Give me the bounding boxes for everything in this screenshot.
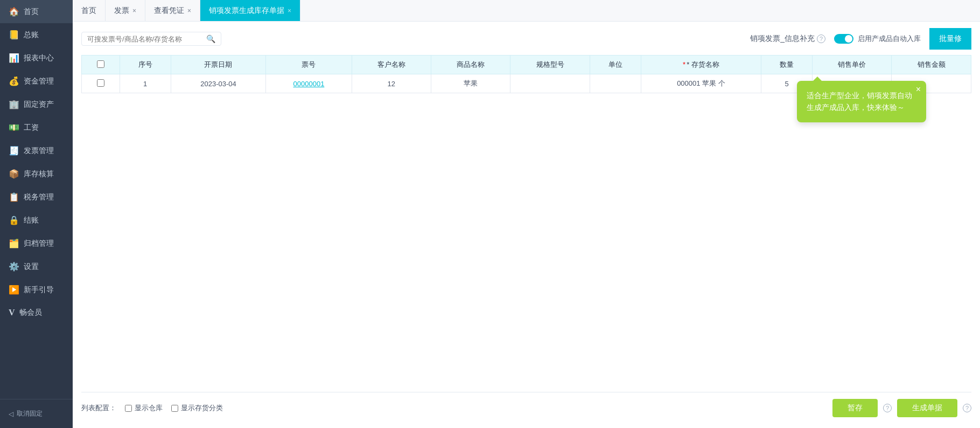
- toggle-label: 启用产成品自动入库: [858, 34, 921, 44]
- cancel-fixed-icon: ◁: [9, 410, 13, 418]
- save-button[interactable]: 暂存: [832, 399, 878, 417]
- reports-icon: 📊: [9, 53, 19, 63]
- info-label-text: 销项发票_信息补充: [750, 34, 815, 44]
- save-help-icon[interactable]: ?: [883, 404, 892, 412]
- config-label: 列表配置：: [81, 403, 116, 413]
- row-checkbox[interactable]: [97, 79, 104, 87]
- sidebar-item-guide[interactable]: ▶️ 新手引导: [0, 278, 73, 301]
- col-unit: 单位: [590, 56, 641, 74]
- ticket-no-link[interactable]: 00000001: [293, 80, 325, 88]
- bottom-actions: 暂存 ? 生成单据 ?: [832, 399, 971, 417]
- col-amount: 销售金额: [892, 56, 971, 74]
- invoice-icon: 🧾: [9, 146, 19, 156]
- sidebar-item-reports[interactable]: 📊 报表中心: [0, 46, 73, 70]
- generate-help-icon[interactable]: ?: [963, 404, 971, 412]
- sidebar-item-label: 发票管理: [24, 146, 54, 156]
- search-box[interactable]: 🔍: [81, 32, 221, 46]
- sidebar-item-label: 首页: [24, 7, 39, 17]
- tab-sales-inventory[interactable]: 销项发票生成库存单据 ×: [200, 0, 300, 21]
- cell-inventory: 000001 苹果 个: [641, 74, 761, 93]
- search-icon: 🔍: [206, 34, 215, 43]
- inventory-icon: 📦: [9, 169, 19, 179]
- sidebar-item-label: 总账: [24, 30, 39, 40]
- sidebar-item-home[interactable]: 🏠 首页: [0, 0, 73, 23]
- col-inventory: ** 存货名称: [641, 56, 761, 74]
- toolbar-right: 销项发票_信息补充 ? 启用产成品自动入库 批量修: [750, 28, 971, 50]
- show-warehouse-checkbox[interactable]: [125, 405, 132, 412]
- assets-icon: 🏢: [9, 99, 19, 109]
- sidebar-item-archive[interactable]: 🗂️ 归档管理: [0, 232, 73, 255]
- cell-goods-name: 苹果: [431, 74, 510, 93]
- cancel-fixed-label: 取消固定: [17, 409, 43, 418]
- tooltip-close-button[interactable]: ×: [916, 85, 921, 94]
- toggle-wrapper: 启用产成品自动入库: [834, 34, 921, 44]
- tab-invoice-close[interactable]: ×: [132, 7, 136, 15]
- cell-unit: [590, 74, 641, 93]
- tab-voucher-label: 查看凭证: [154, 6, 184, 16]
- toolbar-row: 🔍 销项发票_信息补充 ? 启用产成品自动入库 批量修: [81, 28, 971, 50]
- show-category-label: 显示存货分类: [181, 403, 223, 413]
- sidebar-item-settings[interactable]: ⚙️ 设置: [0, 255, 73, 278]
- tab-invoice-label: 发票: [114, 6, 129, 16]
- col-seq: 序号: [120, 56, 171, 74]
- sidebar-item-inventory[interactable]: 📦 库存核算: [0, 162, 73, 185]
- col-spec: 规格型号: [510, 56, 590, 74]
- auto-warehouse-toggle[interactable]: [834, 34, 853, 44]
- search-input[interactable]: [87, 35, 206, 43]
- sidebar-item-invoice-mgmt[interactable]: 🧾 发票管理: [0, 139, 73, 162]
- tab-sales-inventory-close[interactable]: ×: [288, 7, 291, 15]
- sidebar-item-label: 库存核算: [24, 169, 54, 179]
- settings-icon: ⚙️: [9, 261, 19, 272]
- sidebar-item-label: 归档管理: [24, 239, 54, 248]
- cell-seq: 1: [120, 74, 171, 93]
- sidebar-item-label: 结账: [24, 216, 39, 225]
- cell-spec: [510, 74, 590, 93]
- info-help-icon[interactable]: ?: [817, 34, 825, 43]
- batch-button[interactable]: 批量修: [929, 28, 971, 50]
- tooltip-text: 适合生产型企业，销项发票自动生成产成品入库，快来体验～: [807, 91, 912, 112]
- sidebar-item-label: 畅会员: [19, 308, 42, 317]
- cancel-fixed-button[interactable]: ◁ 取消固定: [0, 404, 73, 424]
- sidebar-item-label: 资金管理: [24, 77, 54, 86]
- sidebar: 🏠 首页 📒 总账 📊 报表中心 💰 资金管理 🏢 固定资产 💵 工资 🧾 发票…: [0, 0, 73, 428]
- closing-icon: 🔒: [9, 215, 19, 225]
- sidebar-item-assets[interactable]: 🏢 固定资产: [0, 93, 73, 116]
- tax-icon: 📋: [9, 192, 19, 202]
- tab-sales-inventory-label: 销项发票生成库存单据: [209, 6, 284, 16]
- cell-date: 2023-03-04: [171, 74, 266, 93]
- show-category-checkbox[interactable]: [171, 405, 178, 412]
- sidebar-item-vip[interactable]: V 畅会员: [0, 301, 73, 324]
- tab-invoice[interactable]: 发票 ×: [106, 0, 145, 21]
- funds-icon: 💰: [9, 76, 19, 86]
- main-content: 首页 发票 × 查看凭证 × 销项发票生成库存单据 × 🔍 销项发票_信息补充 …: [73, 0, 980, 428]
- sidebar-item-closing[interactable]: 🔒 结账: [0, 209, 73, 232]
- payroll-icon: 💵: [9, 122, 19, 133]
- col-ticket-no: 票号: [266, 56, 352, 74]
- show-category-option[interactable]: 显示存货分类: [171, 403, 223, 413]
- generate-button[interactable]: 生成单据: [897, 399, 957, 417]
- sidebar-bottom: ◁ 取消固定: [0, 399, 73, 428]
- show-warehouse-option[interactable]: 显示仓库: [125, 403, 163, 413]
- tab-home-label: 首页: [81, 6, 96, 16]
- tab-voucher[interactable]: 查看凭证 ×: [145, 0, 200, 21]
- sidebar-item-payroll[interactable]: 💵 工资: [0, 116, 73, 139]
- col-customer: 客户名称: [352, 56, 431, 74]
- ledger-icon: 📒: [9, 30, 19, 40]
- tab-home[interactable]: 首页: [73, 0, 106, 21]
- show-warehouse-label: 显示仓库: [135, 403, 163, 413]
- tab-bar: 首页 发票 × 查看凭证 × 销项发票生成库存单据 ×: [73, 0, 980, 22]
- cell-customer: 12: [352, 74, 431, 93]
- required-star: *: [683, 60, 685, 68]
- sidebar-item-tax[interactable]: 📋 税务管理: [0, 185, 73, 209]
- tooltip-popup: × 适合生产型企业，销项发票自动生成产成品入库，快来体验～: [797, 81, 926, 122]
- bottom-bar: 列表配置： 显示仓库 显示存货分类 暂存 ? 生成单据 ?: [81, 392, 971, 422]
- col-qty: 数量: [761, 56, 813, 74]
- cell-ticket-no: 00000001: [266, 74, 352, 93]
- sidebar-item-label: 报表中心: [24, 53, 54, 63]
- sidebar-item-ledger[interactable]: 📒 总账: [0, 23, 73, 46]
- page-body: 🔍 销项发票_信息补充 ? 启用产成品自动入库 批量修: [73, 22, 980, 428]
- tab-voucher-close[interactable]: ×: [187, 7, 191, 15]
- sidebar-item-label: 新手引导: [24, 285, 54, 295]
- sidebar-item-funds[interactable]: 💰 资金管理: [0, 70, 73, 93]
- select-all-checkbox[interactable]: [97, 60, 104, 68]
